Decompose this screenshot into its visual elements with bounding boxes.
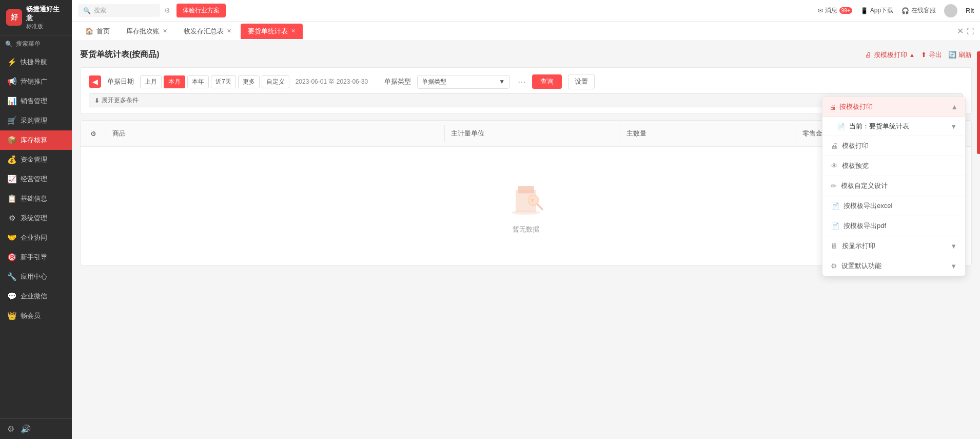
sidebar-item-member[interactable]: 👑 畅会员 [0,306,72,326]
tab-home[interactable]: 🏠 首页 [78,24,117,39]
tab-batch-close-icon[interactable]: ✕ [163,28,167,34]
dropdown-item-template-preview[interactable]: 👁 模板预览 [822,156,965,176]
filter-row-1: ◀ 单据日期 上月 本月 本年 近7天 更多 自定义 2023-06-01 至 … [89,74,963,89]
th-settings[interactable]: ⚙ [81,126,106,142]
date-btn-this-year[interactable]: 本年 [187,75,209,88]
sidebar-item-finance[interactable]: 💰 资金管理 [0,150,72,169]
tab-batch-account[interactable]: 库存批次账 ✕ [119,24,174,39]
dropdown-item-display-print[interactable]: 🖥 按显示打印 ▼ [822,236,965,256]
tab-close-all-btn[interactable]: ✕ [957,26,964,36]
user-avatar[interactable] [944,4,957,17]
settings-footer-icon[interactable]: ⚙ [7,424,14,434]
template-pdf-icon: 📄 [831,222,839,230]
date-btn-more[interactable]: 更多 [238,75,260,88]
dropdown-current-template[interactable]: 📄 当前：要货单统计表 ▼ [822,117,965,136]
print-chevron-icon: ▲ [909,52,915,58]
current-template-arrow: ▼ [950,123,957,130]
tab-requisition-close-icon[interactable]: ✕ [291,28,296,34]
marketing-icon: 📢 [7,77,16,86]
sidebar-item-purchase[interactable]: 🛒 采购管理 [0,111,72,130]
audio-footer-icon[interactable]: 🔊 [21,424,31,434]
refresh-label: 刷新 [958,50,972,60]
member-icon: 👑 [7,311,16,320]
sidebar-item-marketing[interactable]: 📢 营销推广 [0,72,72,91]
topbar-right: ✉ 消息 99+ 📱 App下载 🎧 在线客服 Rit [818,4,974,17]
print-template-btn[interactable]: 🖨 按模板打印 ▲ [865,50,915,60]
tab-batch-label: 库存批次账 [126,27,160,36]
system-icon: ⚙ [7,214,16,223]
dropdown-collapse-btn[interactable]: ▲ [951,103,958,111]
tab-receipt-close-icon[interactable]: ✕ [227,28,231,34]
headset-icon: 🎧 [901,7,909,14]
more-options-icon[interactable]: ⋯ [518,77,526,87]
settings-filter-btn[interactable]: 设置 [568,74,595,89]
guide-icon: 🎯 [7,253,16,262]
tab-requisition-label: 要货单统计表 [248,27,288,36]
sidebar-nav: ⚡ 快捷导航 📢 营销推广 📊 销售管理 🛒 采购管理 📦 库存核算 💰 资金管… [0,52,72,418]
date-btn-custom[interactable]: 自定义 [262,75,289,88]
industry-btn[interactable]: 体验行业方案 [177,4,226,17]
print-template-label: 按模板打印 [874,50,907,60]
sidebar-item-basic[interactable]: 📋 基础信息 [0,189,72,208]
appstore-icon: 🔧 [7,272,16,281]
resize-handle[interactable] [977,51,980,154]
date-btn-last-month[interactable]: 上月 [140,75,162,88]
sidebar-item-operation[interactable]: 📈 经营管理 [0,169,72,189]
inventory-icon: 📦 [7,136,16,145]
main-area: 🔍 搜索 ⚙ 体验行业方案 ✉ 消息 99+ 📱 App下载 🎧 在线客服 Ri… [72,0,980,439]
tab-requisition-summary[interactable]: 要货单统计表 ✕ [241,24,303,39]
export-btn[interactable]: ⬆ 导出 [921,50,942,60]
topbar-search-box[interactable]: 🔍 搜索 [78,4,160,17]
sidebar-item-quick-nav[interactable]: ⚡ 快捷导航 [0,52,72,72]
online-service-btn[interactable]: 🎧 在线客服 [901,6,936,15]
phone-icon: 📱 [860,7,868,14]
sidebar-item-sales[interactable]: 📊 销售管理 [0,91,72,111]
tab-receipt-summary[interactable]: 收发存汇总表 ✕ [177,24,239,39]
current-template-icon: 📄 [837,123,845,130]
template-preview-icon: 👁 [831,162,838,170]
app-download-btn[interactable]: 📱 App下载 [860,6,893,15]
refresh-btn[interactable]: 🔄 刷新 [948,50,972,60]
doc-type-value: 单据类型 [422,78,446,86]
sidebar-item-inventory[interactable]: 📦 库存核算 [0,130,72,150]
sidebar-item-guide[interactable]: 🎯 新手引导 [0,247,72,267]
topbar-settings-icon[interactable]: ⚙ [164,7,170,14]
default-func-icon: ⚙ [831,262,837,270]
print-icon: 🖨 [865,51,872,59]
template-print-icon: 🖨 [831,142,838,150]
current-template-label: 当前：要货单统计表 [849,122,909,131]
dropdown-header: 🖨 按模板打印 ▲ [822,97,965,117]
dropdown-item-template-pdf[interactable]: 📄 按模板导出pdf [822,216,965,236]
app-name: 畅捷通好生意 [26,5,66,23]
sidebar-label-marketing: 营销推广 [21,77,47,86]
svg-text:?: ? [531,197,534,203]
dropdown-title-label: 按模板打印 [839,102,873,111]
search-menu-btn[interactable]: 🔍 搜索菜单 [0,35,72,52]
dropdown-item-template-design[interactable]: ✏ 模板自定义设计 [822,176,965,196]
message-btn[interactable]: ✉ 消息 99+ [818,6,852,15]
display-print-arrow: ▼ [950,242,957,250]
dropdown-item-template-excel[interactable]: 📄 按模板导出excel [822,196,965,216]
template-pdf-label: 按模板导出pdf [844,221,886,231]
doc-type-select[interactable]: 单据类型 ▼ [417,75,509,89]
default-func-arrow: ▼ [950,262,957,270]
sidebar-item-system[interactable]: ⚙ 系统管理 [0,208,72,228]
query-btn[interactable]: 查询 [532,74,562,89]
tab-maximize-btn[interactable]: ⛶ [967,27,974,35]
filter-collapse-btn[interactable]: ◀ [89,75,101,88]
sidebar: 好 畅捷通好生意 标准版 🔍 搜索菜单 ⚡ 快捷导航 📢 营销推广 📊 销售管理… [0,0,72,439]
date-btn-this-month[interactable]: 本月 [164,75,185,88]
date-btn-7days[interactable]: 近7天 [211,75,236,88]
sidebar-item-collab[interactable]: 🤝 企业协同 [0,228,72,247]
online-service-label: 在线客服 [911,6,936,15]
dropdown-item-default-func[interactable]: ⚙ 设置默认功能 ▼ [822,256,965,276]
logo-icon: 好 [6,9,22,26]
tabs-bar: 🏠 首页 库存批次账 ✕ 收发存汇总表 ✕ 要货单统计表 ✕ ✕ ⛶ [72,22,980,41]
sidebar-label-system: 系统管理 [21,214,47,223]
sidebar-item-appstore[interactable]: 🔧 应用中心 [0,267,72,287]
dropdown-item-template-print[interactable]: 🖨 模板打印 [822,136,965,156]
expand-label: 展开更多条件 [102,96,139,105]
home-icon: 🏠 [85,27,93,35]
sidebar-item-wecom[interactable]: 💬 企业微信 [0,287,72,306]
sidebar-label-operation: 经营管理 [21,175,47,184]
